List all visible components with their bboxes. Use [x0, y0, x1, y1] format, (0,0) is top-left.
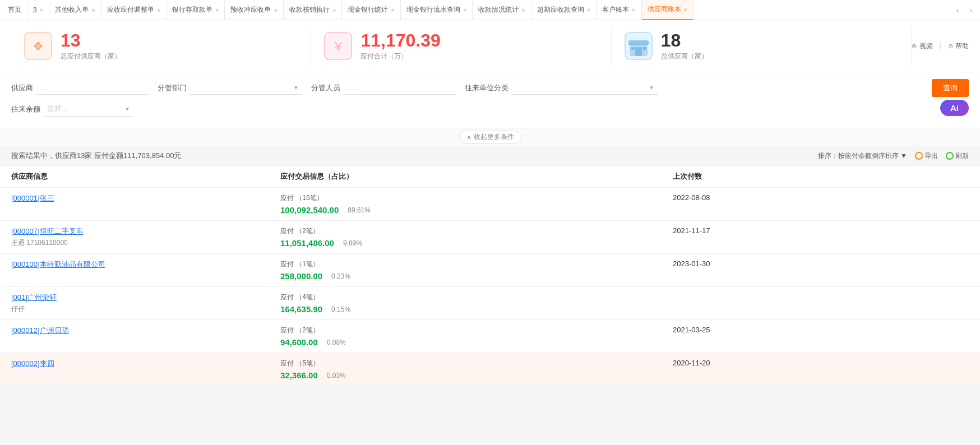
col-header-last-pay: 上次付数: [662, 166, 980, 188]
ap-count: 应付 （4笔）: [280, 293, 650, 302]
nav-arrow-right[interactable]: ›: [964, 0, 978, 20]
nav-tab-prepay-offset[interactable]: 预收冲应收单×: [225, 0, 283, 20]
svg-text:❖: ❖: [33, 39, 44, 53]
ap-amount[interactable]: 164,635.90: [280, 304, 322, 314]
filter-row-1: 供应商 分管部门 ▼ 分管人员 往来单位分类 ▼ 查询: [11, 79, 969, 97]
help-link[interactable]: ⊙ 帮助: [948, 41, 969, 51]
nav-tab-receipt-stat[interactable]: 收款情况统计×: [473, 0, 531, 20]
ap-amount[interactable]: 32,366.00: [280, 370, 318, 380]
export-button[interactable]: 导出: [915, 151, 938, 161]
close-tab-prepay-offset[interactable]: ×: [274, 7, 277, 13]
result-actions: 排序：按应付余额倒序排序 ▼ 导出 刷新: [818, 151, 969, 161]
result-bar: 搜索结果中，供应商13家 应付金额111,703,854.00元 排序：按应付余…: [0, 146, 980, 166]
close-tab-bank-deposit[interactable]: ×: [215, 7, 219, 13]
svg-rect-7: [635, 47, 642, 56]
store-icon: [623, 30, 654, 62]
ap-count: 应付 （15笔）: [280, 193, 650, 203]
ap-percentage: 0.23%: [331, 272, 350, 280]
summary-card-suppliers: ❖ 13 总应付供应商（家）: [11, 26, 311, 66]
export-icon: [915, 152, 923, 160]
supplier-link[interactable]: [000100]本特勤油品有限公司: [11, 260, 105, 268]
close-tab-other-income[interactable]: ×: [91, 7, 95, 13]
collapse-button[interactable]: ∧ 收起更多条件: [459, 131, 521, 143]
summary-card-ap-total: ¥ 11,170.39 应付合计（万）: [311, 26, 611, 66]
supplier-link[interactable]: [000012]广州贝瑞: [11, 326, 69, 335]
close-tab-cash-bank-flow[interactable]: ×: [463, 7, 466, 13]
ap-percentage: 89.61%: [348, 206, 371, 214]
supplier-filter-label: 供应商: [11, 83, 33, 93]
close-tab-receipt-stat[interactable]: ×: [521, 7, 525, 13]
collapse-bar: ∧ 收起更多条件: [0, 128, 980, 146]
nav-tab-3[interactable]: 3×: [27, 0, 49, 20]
nav-tab-customer-ledger[interactable]: 客户账本×: [597, 0, 641, 20]
nav-tab-cash-bank-flow[interactable]: 现金银行流水查询×: [401, 0, 473, 20]
svg-text:¥: ¥: [334, 39, 342, 53]
supplier-link[interactable]: [000002]李四: [11, 359, 54, 368]
person-filter-input[interactable]: [344, 81, 456, 95]
ap-amount[interactable]: 94,600.00: [280, 337, 318, 347]
supplier-link[interactable]: [000007]恒旺二手叉车: [11, 227, 84, 235]
ap-amount[interactable]: 100,092,540.00: [280, 205, 339, 215]
supplier-filter-input[interactable]: [36, 81, 149, 95]
refresh-button[interactable]: 刷新: [946, 151, 969, 161]
dept-filter-select[interactable]: ▼: [190, 81, 302, 95]
table-row: [000001]张三应付 （15笔） 100,092,540.00 89.61%…: [0, 188, 980, 221]
filter-bar: 供应商 分管部门 ▼ 分管人员 往来单位分类 ▼ 查询 往来余额: [0, 72, 980, 128]
nav-tab-ar-ap-adjust[interactable]: 应收应付调整单×: [101, 0, 167, 20]
ap-count: 应付 （2笔）: [280, 226, 650, 236]
supplier-info-cell: [000012]广州贝瑞: [0, 320, 269, 353]
supplier-link[interactable]: [000001]张三: [11, 194, 54, 202]
nav-tab-bank-deposit[interactable]: 银行存取款单×: [167, 0, 225, 20]
ap-amount[interactable]: 258,000.00: [280, 271, 322, 281]
nav-tab-payment-verify[interactable]: 收款核销执行×: [284, 0, 342, 20]
total-ap-suppliers-number: 13: [61, 31, 121, 49]
last-pay-date-cell: 2021-03-25: [662, 320, 980, 353]
ap-percentage: 9.89%: [343, 239, 362, 247]
close-tab-ar-ap-adjust[interactable]: ×: [157, 7, 160, 13]
close-tab-payment-verify[interactable]: ×: [332, 7, 336, 13]
supplier-link[interactable]: [001]广州荣轩: [11, 293, 57, 302]
summary-bar: ❖ 13 总应付供应商（家） ¥ 11,170.39 应付合计（万）: [0, 20, 980, 72]
ap-count: 应付 （1笔）: [280, 259, 650, 269]
close-tab-3[interactable]: ×: [40, 7, 43, 13]
ap-percentage: 0.08%: [327, 339, 346, 346]
sort-button[interactable]: 排序：按应付余额倒序排序 ▼: [818, 151, 907, 161]
nav-tab-other-income[interactable]: 其他收入单×: [49, 0, 101, 20]
balance-filter-label: 往来余额: [11, 104, 40, 114]
sort-chevron-icon: ▼: [900, 152, 907, 160]
summary-text-total-suppliers: 18 总供应商（家）: [661, 31, 708, 61]
col-header-ap-info: 应付交易信息（占比）: [269, 166, 662, 188]
close-tab-overdue-ar[interactable]: ×: [587, 7, 590, 13]
ai-button[interactable]: Ai: [940, 100, 969, 116]
nav-tab-cash-bank-stat[interactable]: 现金银行统计×: [342, 0, 400, 20]
nav-tab-supplier-ledger[interactable]: 供应商账本×: [642, 0, 694, 20]
ap-percentage: 0.15%: [331, 305, 350, 313]
ap-total-label: 应付合计（万）: [360, 52, 440, 61]
summary-card-total-suppliers: 18 总供应商（家）: [612, 26, 912, 66]
supplier-info-cell: [000007]恒旺二手叉车王通 17106110000: [0, 221, 269, 254]
ap-info-cell: 应付 （2笔） 11,051,486.00 9.89%: [269, 221, 662, 254]
filter-dept: 分管部门 ▼: [158, 81, 302, 95]
unit-class-filter-select[interactable]: ▼: [512, 81, 658, 95]
close-tab-supplier-ledger[interactable]: ×: [684, 6, 687, 13]
total-suppliers-label: 总供应商（家）: [661, 52, 708, 61]
table-header-row: 供应商信息 应付交易信息（占比） 上次付数: [0, 166, 980, 188]
close-tab-customer-ledger[interactable]: ×: [632, 7, 635, 13]
balance-filter-select[interactable]: 选择... ▼: [44, 101, 133, 117]
nav-arrow-left[interactable]: ‹: [951, 0, 964, 20]
query-button[interactable]: 查询: [932, 79, 969, 97]
close-tab-cash-bank-stat[interactable]: ×: [391, 7, 394, 13]
last-pay-date-cell: 2021-11-17: [662, 221, 980, 254]
ap-amount[interactable]: 11,051,486.00: [280, 238, 334, 248]
video-link[interactable]: ⊙ 视频: [912, 41, 932, 51]
svg-rect-6: [628, 40, 649, 45]
last-pay-date-cell: [662, 287, 980, 320]
summary-text-ap-total: 11,170.39 应付合计（万）: [360, 31, 440, 61]
nav-tab-overdue-ar[interactable]: 超期应收款查询×: [531, 0, 597, 20]
table-row: [000007]恒旺二手叉车王通 17106110000应付 （2笔） 11,0…: [0, 221, 980, 254]
nav-tab-home[interactable]: 首页: [2, 0, 27, 20]
table-row: [000012]广州贝瑞应付 （2笔） 94,600.00 0.08% 2021…: [0, 320, 980, 353]
total-suppliers-number: 18: [661, 31, 708, 49]
supplier-table: 供应商信息 应付交易信息（占比） 上次付数 [000001]张三应付 （15笔）…: [0, 166, 980, 386]
ap-count: 应付 （5笔）: [280, 359, 650, 368]
